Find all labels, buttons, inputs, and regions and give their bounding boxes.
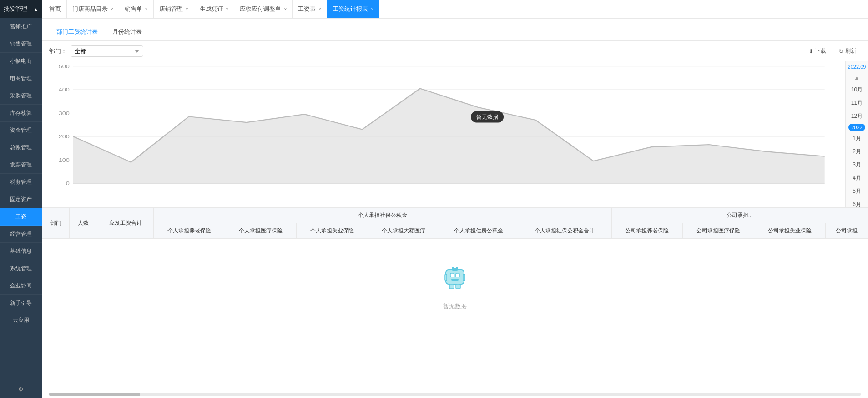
sidebar-item-系统管理[interactable]: 系统管理 (0, 260, 42, 277)
svg-rect-16 (451, 279, 459, 281)
empty-text: 暂无数据 (443, 302, 467, 311)
tab-销售单[interactable]: 销售单× (119, 0, 154, 18)
tab-bar: 首页门店商品目录×销售单×店铺管理×生成凭证×应收应付调整单×工资表×工资统计报… (42, 0, 868, 19)
sidebar-item-库存核算[interactable]: 库存核算 (0, 105, 42, 122)
svg-rect-20 (456, 284, 460, 289)
svg-rect-13 (446, 270, 464, 284)
date-year-badge[interactable]: 2022 (848, 124, 865, 131)
horizontal-scrollbar-track[interactable] (49, 393, 861, 396)
sidebar-item-营销推广[interactable]: 营销推广 (0, 18, 42, 35)
tab-close-icon[interactable]: × (226, 7, 229, 12)
col-company-unemployment: 公司承担失业保险 (754, 223, 826, 239)
sidebar-footer-settings[interactable]: ⚙ (0, 380, 42, 398)
col-company-other: 公司承担 (826, 223, 868, 239)
svg-rect-18 (463, 274, 465, 281)
chart-no-data-tooltip: 暂无数据 (471, 111, 504, 122)
sub-tab-月份统计表[interactable]: 月份统计表 (105, 24, 149, 40)
sub-tab-部门工资统计表[interactable]: 部门工资统计表 (49, 24, 105, 40)
date-month-5月[interactable]: 5月 (848, 185, 865, 198)
tab-close-icon[interactable]: × (145, 7, 148, 12)
date-month-12月[interactable]: 12月 (848, 110, 865, 123)
date-month-1月[interactable]: 1月 (848, 132, 865, 145)
tab-工资统计报表[interactable]: 工资统计报表× (327, 0, 379, 18)
col-group-company: 公司承担... (611, 208, 868, 223)
refresh-icon: ↻ (839, 48, 843, 55)
sidebar-item-采购管理[interactable]: 采购管理 (0, 87, 42, 105)
col-headcount: 人数 (70, 208, 97, 239)
sidebar-item-基础信息[interactable]: 基础信息 (0, 243, 42, 260)
sidebar-item-发票管理[interactable]: 发票管理 (0, 156, 42, 174)
tab-店铺管理[interactable]: 店铺管理× (154, 0, 194, 18)
action-buttons: ⬇ 下载 ↻ 刷新 (804, 45, 861, 57)
sidebar: 批发管理 ▲ 营销推广销售管理小畅电商电商管理采购管理库存核算资金管理总账管理发… (0, 0, 42, 398)
department-filter-label: 部门： (49, 47, 67, 55)
department-filter-select[interactable]: 全部 (71, 45, 143, 57)
svg-text:500: 500 (59, 63, 70, 69)
tab-close-icon[interactable]: × (186, 7, 188, 12)
sidebar-title: 批发管理 (4, 5, 27, 13)
sidebar-item-资金管理[interactable]: 资金管理 (0, 122, 42, 139)
date-panel: 2022.09 ▲ 10月11月12月20221月2月3月4月5月6月7月8月9… (845, 61, 868, 207)
col-company-medical: 公司承担医疗保险 (683, 223, 754, 239)
sidebar-item-总账管理[interactable]: 总账管理 (0, 139, 42, 156)
refresh-button[interactable]: ↻ 刷新 (834, 45, 861, 57)
sidebar-item-电商管理[interactable]: 电商管理 (0, 70, 42, 87)
tab-close-icon[interactable]: × (318, 7, 321, 12)
svg-rect-17 (445, 274, 447, 281)
settings-icon: ⚙ (18, 386, 24, 393)
tab-close-icon[interactable]: × (284, 7, 287, 12)
date-panel-current-year[interactable]: 2022.09 (846, 61, 868, 72)
svg-rect-19 (449, 284, 454, 289)
svg-rect-15 (456, 273, 459, 277)
sidebar-item-工资[interactable]: 工资 (0, 208, 42, 226)
date-month-10月[interactable]: 10月 (848, 83, 865, 96)
svg-text:400: 400 (59, 87, 70, 93)
chart-area: 5004003002001000 暂无数据 (42, 61, 868, 207)
filter-row: 部门： 全部 (49, 45, 143, 57)
date-month-11月[interactable]: 11月 (848, 96, 865, 110)
sidebar-item-销售管理[interactable]: 销售管理 (0, 35, 42, 53)
tab-工资表[interactable]: 工资表× (293, 0, 327, 18)
sidebar-toggle-icon[interactable]: ▲ (34, 7, 38, 12)
content-area: 部门工资统计表月份统计表 部门： 全部 ⬇ 下载 ↻ 刷新 (42, 19, 868, 398)
sidebar-item-税务管理[interactable]: 税务管理 (0, 174, 42, 191)
download-button[interactable]: ⬇ 下载 (804, 45, 831, 57)
svg-text:200: 200 (59, 134, 70, 140)
sidebar-header[interactable]: 批发管理 ▲ (0, 0, 42, 18)
sidebar-item-经营管理[interactable]: 经营管理 (0, 226, 42, 243)
svg-point-22 (454, 266, 456, 268)
sub-tab-bar: 部门工资统计表月份统计表 (42, 19, 868, 41)
toolbar: 部门： 全部 ⬇ 下载 ↻ 刷新 (42, 41, 868, 61)
svg-rect-14 (450, 273, 454, 277)
date-month-2月[interactable]: 2月 (848, 145, 865, 158)
table-wrapper: 部门 人数 应发工资合计 个人承担社保公积金 公司承担... 个人承担养老保险 … (42, 207, 868, 391)
sidebar-item-新手引导[interactable]: 新手引导 (0, 295, 42, 312)
col-company-pension: 公司承担养老保险 (611, 223, 683, 239)
date-month-3月[interactable]: 3月 (848, 158, 865, 171)
tab-close-icon[interactable]: × (111, 7, 113, 12)
date-month-4月[interactable]: 4月 (848, 171, 865, 185)
date-nav-up[interactable]: ▲ (852, 72, 862, 83)
tab-生成凭证[interactable]: 生成凭证× (194, 0, 235, 18)
download-icon: ⬇ (809, 48, 813, 55)
tab-应收应付调整单[interactable]: 应收应付调整单× (234, 0, 293, 18)
sidebar-item-云应用[interactable]: 云应用 (0, 312, 42, 329)
date-month-6月[interactable]: 6月 (848, 198, 865, 207)
col-personal-pension: 个人承担养老保险 (154, 223, 225, 239)
sidebar-item-小畅电商[interactable]: 小畅电商 (0, 53, 42, 70)
col-personal-large-medical: 个人承担大额医疗 (368, 223, 439, 239)
chart-container: 5004003002001000 暂无数据 (49, 61, 861, 207)
tab-首页[interactable]: 首页 (44, 0, 67, 18)
horizontal-scrollbar-thumb[interactable] (49, 393, 140, 396)
data-table: 部门 人数 应发工资合计 个人承担社保公积金 公司承担... 个人承担养老保险 … (42, 207, 868, 333)
col-personal-unemployment: 个人承担失业保险 (297, 223, 368, 239)
tab-门店商品目录[interactable]: 门店商品目录× (67, 0, 119, 18)
sidebar-item-企业协同[interactable]: 企业协同 (0, 277, 42, 295)
tab-close-icon[interactable]: × (371, 7, 373, 12)
col-dept: 部门 (42, 208, 70, 239)
sidebar-item-固定资产[interactable]: 固定资产 (0, 191, 42, 208)
empty-state: 暂无数据 (47, 242, 863, 329)
svg-text:300: 300 (59, 110, 70, 116)
empty-robot-icon (437, 261, 473, 297)
col-personal-housing: 个人承担住房公积金 (439, 223, 518, 239)
